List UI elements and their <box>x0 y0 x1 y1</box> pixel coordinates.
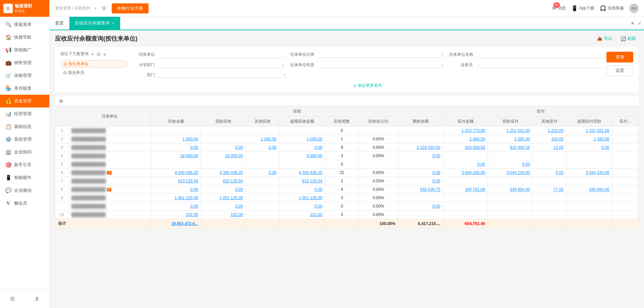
cell-overdue_ar[interactable]: 9,000.00 <box>279 152 325 160</box>
cell-overdue_ar[interactable]: 0.00 <box>279 202 325 211</box>
sidebar-item-enterprise[interactable]: 🏢 企业协同 <box>0 146 49 159</box>
cell-ap_amount[interactable]: 345,761.00 <box>443 185 488 194</box>
cell-ar_amount[interactable]: 18,000.00 <box>151 152 201 160</box>
sidebar-item-smart-hw[interactable]: 📱 智能硬件 <box>0 171 49 184</box>
summary-ar-amount[interactable]: 19,553,472,6... <box>151 219 201 228</box>
settlement-unit-input[interactable]: ··· <box>157 51 286 58</box>
cell-other_ap[interactable]: 77.00 <box>533 185 567 194</box>
sidebar-item-finance[interactable]: 💰 资金管理 <box>0 95 49 107</box>
cell-overdue_ar[interactable]: 4,345,436.20 <box>279 169 325 177</box>
cell-loan_ar[interactable]: 152.00 <box>201 211 246 219</box>
cell-ap_amount[interactable]: 915,508.56 <box>443 143 488 152</box>
cell-overdue_ar[interactable]: 810,126.64 <box>279 177 325 185</box>
cell-loan_ar[interactable]: 1,001,135.00 <box>201 194 246 202</box>
cell-advance_balance[interactable]: 0.00 <box>398 177 443 185</box>
partner-category-select[interactable]: ▾ <box>316 52 445 58</box>
cell-loan_ar[interactable]: 810,126.64 <box>201 177 246 185</box>
cell-ar_amount[interactable]: 0.00 <box>151 202 201 211</box>
cell-other_ap[interactable]: 13.00 <box>533 143 567 152</box>
message-action[interactable]: ✉ 99 消息 <box>552 5 566 11</box>
cell-loan_ap[interactable]: 915,495.56 <box>488 143 533 152</box>
cell-other_ap[interactable]: 1,222.00 <box>533 127 567 135</box>
cell-ap_amount[interactable]: 1,252,773.00 <box>443 127 488 135</box>
filter-scheme-by-unit[interactable]: ⊙ 按往来单位 <box>60 60 127 68</box>
table-settings-icon[interactable]: ⚙ <box>59 98 63 104</box>
cell-overdue_ar[interactable]: 1,001,135.00 <box>279 194 325 202</box>
cell-ar_amount[interactable]: 1,001,135.00 <box>151 194 201 202</box>
cell-overdue_ap[interactable]: 1,251,551.00 <box>566 127 612 135</box>
cell-ar_amount[interactable]: 1,000.00 <box>151 135 201 143</box>
cell-overdue_ar[interactable]: 0.00 <box>279 143 325 152</box>
partner-name-input[interactable] <box>475 51 604 58</box>
sidebar-item-guide[interactable]: 🎯 新手引导 <box>0 159 49 171</box>
sidebar-item-basic-info[interactable]: 📋 基础信息 <box>0 120 49 133</box>
sidebar-item-wechat[interactable]: 💬 企业微信 <box>0 184 49 197</box>
sidebar-collapse-btn[interactable]: ⏸ <box>25 293 50 305</box>
export-btn[interactable]: 📤 导出 <box>594 34 615 43</box>
cell-ar_amount[interactable]: 810,126.64 <box>151 177 201 185</box>
cell-ap_amount[interactable]: 3,044,240.00 <box>443 169 488 177</box>
filter-collapse-icon[interactable]: « <box>103 51 106 57</box>
table-wrapper[interactable]: 往来单位 应收 应付 应收金额 贷款应收 其他应收 超期应收金额 应收笔数 应收… <box>55 106 639 228</box>
salesman-input[interactable]: ··· <box>475 61 604 69</box>
cell-advance_balance[interactable]: 0.00 <box>398 152 443 160</box>
cell-loan_ar[interactable]: 0.00 <box>201 185 246 194</box>
cell-loan_ar[interactable]: 0.00 <box>201 143 246 152</box>
tab-close-icon[interactable]: ✕ <box>112 21 115 26</box>
expand-window-icon[interactable]: ⤢ <box>637 20 641 26</box>
sidebar-item-vip[interactable]: V 畅会员 <box>0 197 49 210</box>
cell-overdue_ap[interactable]: 1,390.00 <box>566 135 612 143</box>
cell-advance_balance[interactable]: 655,636.75 <box>398 185 443 194</box>
industry-btn[interactable]: 体验行业方案 <box>112 3 149 13</box>
user-avatar-action[interactable]: Rit <box>629 4 639 13</box>
cell-ap_amount[interactable]: 1,490.00 <box>443 135 488 143</box>
sidebar-item-purchase[interactable]: 🛒 采购管理 <box>0 69 49 82</box>
cell-ar_amount[interactable]: 152.00 <box>151 211 201 219</box>
sidebar-item-search-menu[interactable]: 🔍 搜索菜单 <box>0 18 49 31</box>
cell-ar_amount[interactable]: 0.00 <box>151 143 201 152</box>
cell-ar_amount[interactable]: 4,345,436.20 <box>151 169 201 177</box>
cell-other_ar[interactable]: 1,000.00 <box>246 135 279 143</box>
close-window-icon[interactable]: ✕ <box>631 20 635 26</box>
cell-loan_ap[interactable]: 1,251,551.00 <box>488 127 533 135</box>
filter-settings-btn[interactable]: 设置 <box>606 65 633 76</box>
cell-overdue_ap[interactable]: 345,684.00 <box>566 185 612 194</box>
cell-overdue_ap[interactable]: 0.00 <box>566 143 612 152</box>
cell-loan_ap[interactable]: 0.00 <box>488 160 533 169</box>
cell-overdue_ar[interactable]: 0.00 <box>279 185 325 194</box>
sidebar-item-system[interactable]: ⚙️ 系统管理 <box>0 133 49 146</box>
online-service-action[interactable]: 🎧 在线客服 <box>600 5 624 11</box>
cell-ap_amount[interactable]: 0.00 <box>443 160 488 169</box>
app-download-action[interactable]: 📱 App下载 <box>571 5 594 11</box>
tab-ar-ap[interactable]: 应收应付余额查询 ✕ <box>69 17 120 30</box>
cell-advance_balance[interactable]: 0.00 <box>398 169 443 177</box>
breadcrumb-chevron-icon[interactable]: ▾ <box>95 6 96 10</box>
manage-dept-select[interactable]: ▾ <box>157 62 286 68</box>
cell-overdue_ar[interactable]: 101.00 <box>279 211 325 219</box>
sidebar-settings-btn[interactable]: ⚙ <box>0 293 25 305</box>
filter-collapse-btn[interactable]: ∧ 收起更多条件 <box>354 83 382 88</box>
sidebar-item-sales[interactable]: 💼 销售管理 <box>0 56 49 69</box>
filter-scheme-by-employee[interactable]: ⊙ 按业务员 <box>60 69 127 76</box>
filter-edit-icon[interactable]: ⊙ <box>97 51 101 57</box>
sidebar-item-marketing[interactable]: 📢 营销推广 <box>0 44 49 56</box>
refresh-btn[interactable]: 🔄 刷新 <box>618 34 639 43</box>
topbar-gear-icon[interactable]: ⚙ <box>102 5 106 11</box>
tab-home[interactable]: 首页 <box>50 17 69 30</box>
dept-select[interactable]: ▾ <box>157 72 287 78</box>
cell-advance_balance[interactable]: 0.00 <box>398 202 443 211</box>
cell-other_ar[interactable]: 0.00 <box>246 169 279 177</box>
cell-overdue_ar[interactable]: 1,000.00 <box>279 135 325 143</box>
partner-nature-select[interactable]: ▾ <box>316 62 445 68</box>
cell-loan_ap[interactable]: 1,390.00 <box>488 135 533 143</box>
cell-loan_ar[interactable]: 18,000.00 <box>201 152 246 160</box>
filter-add-icon[interactable]: + <box>91 51 94 57</box>
sidebar-item-quick-nav[interactable]: 🏠 快捷导航 <box>0 31 49 44</box>
cell-advance_balance[interactable]: 2,153,333.00 <box>398 143 443 152</box>
cell-other_ar[interactable]: 0.00 <box>246 143 279 152</box>
cell-loan_ar[interactable]: 4,345,436.20 <box>201 169 246 177</box>
cell-ar_amount[interactable]: 0.00 <box>151 185 201 194</box>
sidebar-item-inventory[interactable]: 🏪 库存核算 <box>0 82 49 95</box>
query-btn[interactable]: 查询 <box>606 52 633 62</box>
cell-other_ap[interactable]: 0.00 <box>533 169 567 177</box>
